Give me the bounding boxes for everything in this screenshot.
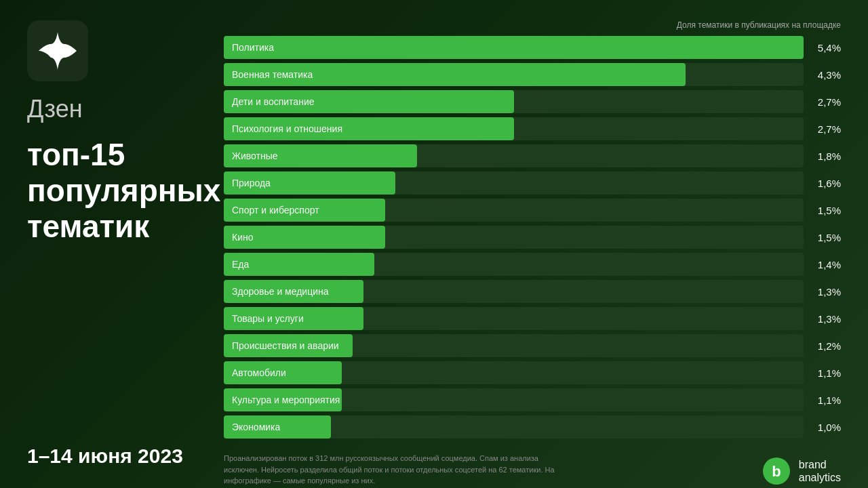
bar-fill: Психология и отношения: [224, 117, 514, 140]
bar-fill: Дети и воспитание: [224, 90, 514, 113]
bar-value: 2,7%: [804, 96, 841, 108]
bar-row: Дети и воспитание2,7%: [224, 89, 841, 114]
logo-section: Дзен топ-15популярныхтематик: [27, 20, 210, 245]
brand-analytics-text: brand analytics: [799, 458, 841, 484]
bar-row: Еда1,4%: [224, 252, 841, 277]
bar-label: Дети и воспитание: [232, 96, 314, 107]
bar-wrapper: Здоровье и медицина: [224, 280, 804, 303]
bar-wrapper: Дети и воспитание: [224, 90, 804, 113]
bar-value: 2,7%: [804, 123, 841, 135]
bar-fill: Природа: [224, 171, 395, 195]
dzen-logo-icon: [37, 30, 78, 71]
bar-row: Военная тематика4,3%: [224, 62, 841, 87]
bar-label: Спорт и киберспорт: [232, 205, 319, 216]
bar-label: Культура и мероприятия: [232, 394, 340, 405]
bar-row: Животные1,8%: [224, 144, 841, 168]
chart-area: Политика5,4%Военная тематика4,3%Дети и в…: [224, 35, 841, 439]
bar-fill: Экономика: [224, 415, 331, 439]
bar-fill: Здоровье и медицина: [224, 280, 363, 303]
bar-label: Здоровье и медицина: [232, 286, 329, 297]
bar-value: 1,5%: [804, 205, 841, 216]
brand-label: brand: [799, 458, 841, 471]
footer: Проанализирован поток в 312 млн русскояз…: [224, 447, 841, 487]
bar-wrapper: Политика: [224, 36, 804, 59]
bar-wrapper: Природа: [224, 171, 804, 195]
brand-analytics-icon: b: [762, 456, 792, 487]
bar-wrapper: Товары и услуги: [224, 307, 804, 330]
bar-wrapper: Автомобили: [224, 361, 804, 384]
bar-row: Спорт и киберспорт1,5%: [224, 198, 841, 222]
bar-fill: Культура и мероприятия: [224, 388, 342, 411]
bar-label: Автомобили: [232, 367, 286, 378]
bar-value: 1,6%: [804, 178, 841, 189]
bar-fill: Еда: [224, 253, 374, 276]
bar-wrapper: Экономика: [224, 415, 804, 439]
bar-label: Политика: [232, 42, 274, 53]
footer-description: Проанализирован поток в 312 млн русскояз…: [224, 453, 563, 487]
bar-fill: Спорт и киберспорт: [224, 199, 385, 222]
bar-row: Экономика1,0%: [224, 415, 841, 439]
bar-value: 4,3%: [804, 69, 841, 81]
bar-value: 1,3%: [804, 286, 841, 298]
bar-row: Происшествия и аварии1,2%: [224, 333, 841, 358]
main-title: топ-15популярныхтематик: [27, 137, 210, 245]
bar-value: 5,4%: [804, 42, 841, 54]
bar-fill: Происшествия и аварии: [224, 334, 353, 357]
bar-value: 1,8%: [804, 150, 841, 162]
bar-row: Товары и услуги1,3%: [224, 306, 841, 331]
bar-label: Кино: [232, 232, 254, 243]
bar-label: Товары и услуги: [232, 313, 304, 324]
bar-fill: Товары и услуги: [224, 307, 363, 330]
bar-value: 1,4%: [804, 259, 841, 270]
bar-label: Происшествия и аварии: [232, 340, 339, 351]
bar-value: 1,1%: [804, 367, 841, 379]
bar-wrapper: Психология и отношения: [224, 117, 804, 140]
bar-wrapper: Животные: [224, 144, 804, 167]
brand-analytics: b brand analytics: [762, 456, 841, 487]
svg-text:b: b: [772, 463, 781, 480]
bar-fill: Животные: [224, 144, 417, 167]
bar-label: Животные: [232, 150, 278, 161]
bar-label: Природа: [232, 178, 271, 188]
bar-label: Психология и отношения: [232, 123, 342, 134]
bar-row: Здоровье и медицина1,3%: [224, 279, 841, 304]
bar-wrapper: Происшествия и аварии: [224, 334, 804, 357]
bar-wrapper: Культура и мероприятия: [224, 388, 804, 411]
bar-value: 1,0%: [804, 422, 841, 433]
bar-wrapper: Еда: [224, 253, 804, 276]
title-section: топ-15популярныхтематик: [27, 137, 210, 245]
bar-row: Природа1,6%: [224, 171, 841, 195]
bar-fill: Политика: [224, 36, 804, 59]
right-panel: Доля тематики в публикациях на площадке …: [224, 20, 841, 474]
bar-row: Политика5,4%: [224, 35, 841, 60]
bar-value: 1,1%: [804, 394, 841, 406]
bar-fill: Военная тематика: [224, 63, 686, 86]
date-text: 1–14 июня 2023: [27, 445, 210, 468]
date-section: 1–14 июня 2023: [27, 445, 210, 474]
bar-wrapper: Кино: [224, 226, 804, 249]
bar-row: Автомобили1,1%: [224, 361, 841, 385]
bar-row: Психология и отношения2,7%: [224, 117, 841, 141]
bar-label: Еда: [232, 259, 249, 270]
bar-value: 1,5%: [804, 232, 841, 243]
bar-value: 1,3%: [804, 313, 841, 325]
platform-name: Дзен: [27, 95, 210, 123]
bar-wrapper: Спорт и киберспорт: [224, 199, 804, 222]
logo-box: [27, 20, 88, 81]
chart-header: Доля тематики в публикациях на площадке: [224, 20, 841, 30]
bar-label: Военная тематика: [232, 69, 313, 80]
bar-fill: Автомобили: [224, 361, 342, 384]
bar-row: Кино1,5%: [224, 225, 841, 249]
bar-wrapper: Военная тематика: [224, 63, 804, 86]
bar-fill: Кино: [224, 226, 385, 249]
bar-label: Экономика: [232, 422, 280, 432]
bar-value: 1,2%: [804, 340, 841, 352]
left-panel: Дзен топ-15популярныхтематик 1–14 июня 2…: [27, 20, 224, 474]
main-container: Дзен топ-15популярныхтематик 1–14 июня 2…: [0, 0, 868, 488]
analytics-label: analytics: [799, 471, 841, 484]
bar-row: Культура и мероприятия1,1%: [224, 388, 841, 412]
